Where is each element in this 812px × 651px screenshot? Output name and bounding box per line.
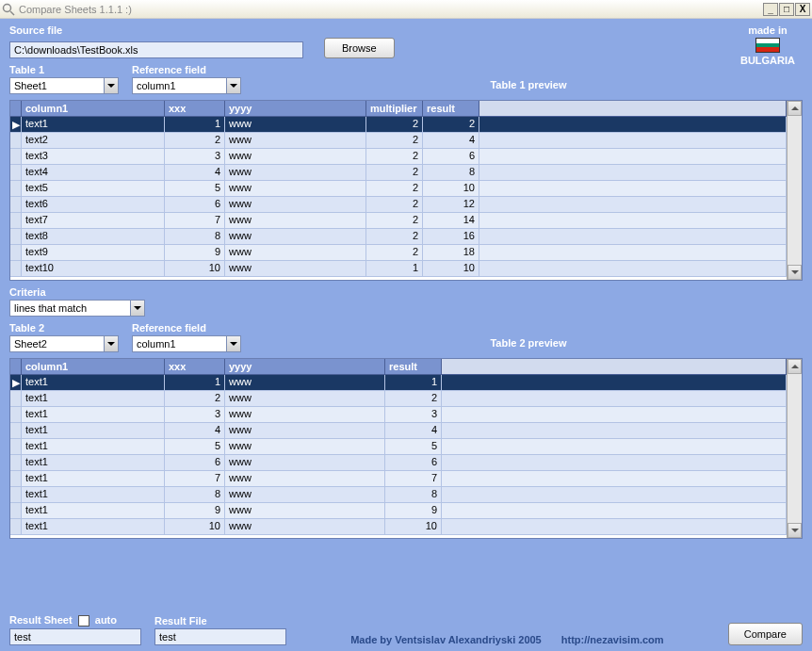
cell[interactable]: text1 — [22, 455, 165, 471]
cell[interactable]: text1 — [22, 487, 165, 503]
cell[interactable]: www — [225, 229, 366, 245]
table-row[interactable]: text1010www110 — [10, 261, 787, 277]
cell[interactable]: 9 — [385, 503, 442, 519]
cell[interactable]: www — [225, 455, 385, 471]
cell[interactable]: www — [225, 213, 366, 229]
ref2-value[interactable] — [132, 335, 226, 352]
cell[interactable]: 2 — [366, 149, 423, 165]
table-row[interactable]: text77www214 — [10, 213, 787, 229]
chevron-down-icon[interactable] — [104, 77, 119, 94]
table-row[interactable]: text13www3 — [10, 407, 787, 423]
cell[interactable]: 16 — [423, 229, 479, 245]
cell[interactable]: 14 — [423, 213, 479, 229]
cell[interactable]: 3 — [385, 407, 442, 423]
cell[interactable]: www — [225, 519, 385, 535]
cell[interactable]: 6 — [385, 455, 442, 471]
compare-button[interactable]: Compare — [728, 623, 803, 645]
cell[interactable]: 10 — [165, 519, 225, 535]
cell[interactable]: 5 — [165, 181, 225, 197]
cell[interactable]: text1 — [22, 503, 165, 519]
table-row[interactable]: text14www4 — [10, 423, 787, 439]
chevron-down-icon[interactable] — [226, 77, 241, 94]
table-row[interactable]: text44www28 — [10, 165, 787, 181]
cell[interactable]: 7 — [165, 471, 225, 487]
table-row[interactable]: text15www5 — [10, 439, 787, 455]
cell[interactable]: 6 — [423, 149, 479, 165]
cell[interactable]: 4 — [165, 423, 225, 439]
minimize-button[interactable]: _ — [763, 3, 778, 16]
cell[interactable]: www — [225, 245, 366, 261]
cell[interactable]: 3 — [165, 407, 225, 423]
table1-scrollbar[interactable] — [787, 101, 802, 280]
col-header[interactable]: yyyy — [225, 359, 385, 374]
cell[interactable]: 12 — [423, 197, 479, 213]
cell[interactable]: text7 — [22, 213, 165, 229]
cell[interactable]: www — [225, 471, 385, 487]
cell[interactable]: 2 — [366, 133, 423, 149]
col-header[interactable]: column1 — [22, 359, 165, 374]
cell[interactable]: 2 — [385, 391, 442, 407]
table2-scrollbar[interactable] — [787, 359, 802, 538]
cell[interactable]: 2 — [165, 133, 225, 149]
credits-link[interactable]: http://nezavisim.com — [561, 634, 664, 645]
result-file-input[interactable] — [154, 628, 286, 645]
table2-value[interactable] — [9, 335, 104, 352]
cell[interactable]: 10 — [385, 519, 442, 535]
table-row[interactable]: text99www218 — [10, 245, 787, 261]
cell[interactable]: text1 — [22, 407, 165, 423]
table-row[interactable]: text22www24 — [10, 133, 787, 149]
col-header[interactable]: column1 — [22, 101, 165, 116]
cell[interactable]: 2 — [366, 117, 423, 133]
cell[interactable]: 2 — [366, 213, 423, 229]
cell[interactable]: text5 — [22, 181, 165, 197]
cell[interactable]: 8 — [165, 229, 225, 245]
cell[interactable]: www — [225, 117, 366, 133]
cell[interactable]: 1 — [165, 117, 225, 133]
scroll-up-icon[interactable] — [788, 101, 802, 116]
table2-select[interactable] — [9, 335, 119, 352]
table-row[interactable]: text18www8 — [10, 487, 787, 503]
cell[interactable]: 8 — [385, 487, 442, 503]
col-header[interactable]: result — [423, 101, 479, 116]
cell[interactable]: text1 — [22, 439, 165, 455]
cell[interactable]: 2 — [366, 165, 423, 181]
col-header[interactable]: result — [385, 359, 442, 374]
criteria-select[interactable] — [9, 300, 803, 317]
cell[interactable]: text10 — [22, 261, 165, 277]
cell[interactable]: 7 — [165, 213, 225, 229]
cell[interactable]: www — [225, 149, 366, 165]
scroll-down-icon[interactable] — [788, 265, 802, 280]
ref1-value[interactable] — [132, 77, 226, 94]
ref2-select[interactable] — [132, 335, 241, 352]
cell[interactable]: text4 — [22, 165, 165, 181]
cell[interactable]: text1 — [22, 519, 165, 535]
chevron-down-icon[interactable] — [226, 335, 241, 352]
cell[interactable]: 6 — [165, 197, 225, 213]
source-file-input[interactable] — [9, 41, 303, 58]
col-header[interactable]: xxx — [165, 359, 225, 374]
cell[interactable]: text9 — [22, 245, 165, 261]
cell[interactable]: 10 — [165, 261, 225, 277]
cell[interactable]: 2 — [366, 181, 423, 197]
cell[interactable]: text1 — [22, 423, 165, 439]
cell[interactable]: 7 — [385, 471, 442, 487]
cell[interactable]: www — [225, 165, 366, 181]
col-header[interactable]: yyyy — [225, 101, 366, 116]
table-row[interactable]: text88www216 — [10, 229, 787, 245]
cell[interactable]: 4 — [165, 165, 225, 181]
cell[interactable]: 1 — [366, 261, 423, 277]
cell[interactable]: www — [225, 503, 385, 519]
cell[interactable]: www — [225, 197, 366, 213]
cell[interactable]: text3 — [22, 149, 165, 165]
cell[interactable]: 2 — [366, 229, 423, 245]
table-row[interactable]: text17www7 — [10, 471, 787, 487]
table-row[interactable]: text12www2 — [10, 391, 787, 407]
table1-value[interactable] — [9, 77, 104, 94]
cell[interactable]: 6 — [165, 455, 225, 471]
cell[interactable]: 10 — [423, 261, 479, 277]
browse-button[interactable]: Browse — [324, 38, 395, 58]
cell[interactable]: 1 — [385, 375, 442, 391]
table-row[interactable]: text55www210 — [10, 181, 787, 197]
cell[interactable]: www — [225, 407, 385, 423]
cell[interactable]: 3 — [165, 149, 225, 165]
